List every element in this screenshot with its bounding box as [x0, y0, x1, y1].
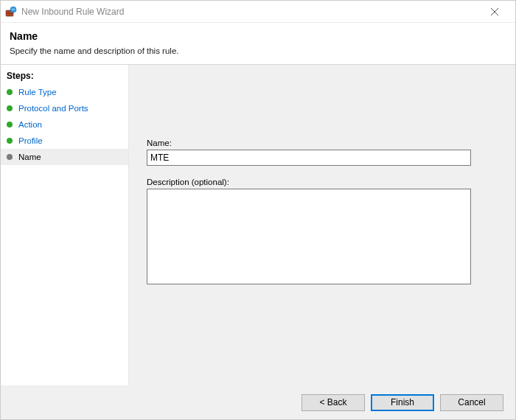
firewall-icon	[5, 6, 17, 18]
step-bullet-icon	[7, 89, 13, 95]
wizard-body: Steps: Rule Type Protocol and Ports Acti…	[1, 65, 515, 385]
svg-point-5	[10, 7, 16, 13]
step-label: Name	[18, 153, 41, 161]
name-label: Name:	[147, 139, 498, 147]
step-link[interactable]: Profile	[18, 136, 43, 145]
page-title: Name	[10, 30, 506, 42]
close-icon	[491, 8, 498, 15]
wizard-footer: < Back Finish Cancel	[1, 385, 515, 419]
page-subtitle: Specify the name and description of this…	[10, 46, 506, 55]
step-link[interactable]: Action	[18, 120, 42, 129]
titlebar: New Inbound Rule Wizard	[1, 1, 515, 23]
step-rule-type[interactable]: Rule Type	[1, 84, 128, 100]
wizard-content: Name: Description (optional):	[129, 65, 515, 385]
description-label: Description (optional):	[147, 178, 498, 186]
step-profile[interactable]: Profile	[1, 133, 128, 149]
step-bullet-icon	[7, 105, 13, 111]
step-bullet-icon	[7, 138, 13, 144]
step-action[interactable]: Action	[1, 116, 128, 133]
cancel-button[interactable]: Cancel	[440, 394, 503, 411]
name-input[interactable]	[147, 150, 471, 166]
steps-heading: Steps:	[1, 69, 128, 84]
step-link[interactable]: Protocol and Ports	[18, 104, 88, 113]
wizard-header: Name Specify the name and description of…	[1, 23, 515, 65]
back-button[interactable]: < Back	[301, 394, 365, 411]
window-title: New Inbound Rule Wizard	[21, 7, 478, 17]
description-input[interactable]	[147, 189, 471, 284]
step-protocol-and-ports[interactable]: Protocol and Ports	[1, 100, 128, 116]
wizard-window: New Inbound Rule Wizard Name Specify the…	[0, 0, 516, 420]
step-bullet-icon	[7, 154, 13, 160]
step-name[interactable]: Name	[1, 149, 128, 165]
close-button[interactable]	[478, 1, 511, 22]
steps-sidebar: Steps: Rule Type Protocol and Ports Acti…	[1, 65, 129, 385]
step-link[interactable]: Rule Type	[18, 88, 57, 97]
step-bullet-icon	[7, 122, 13, 127]
finish-button[interactable]: Finish	[371, 394, 434, 411]
